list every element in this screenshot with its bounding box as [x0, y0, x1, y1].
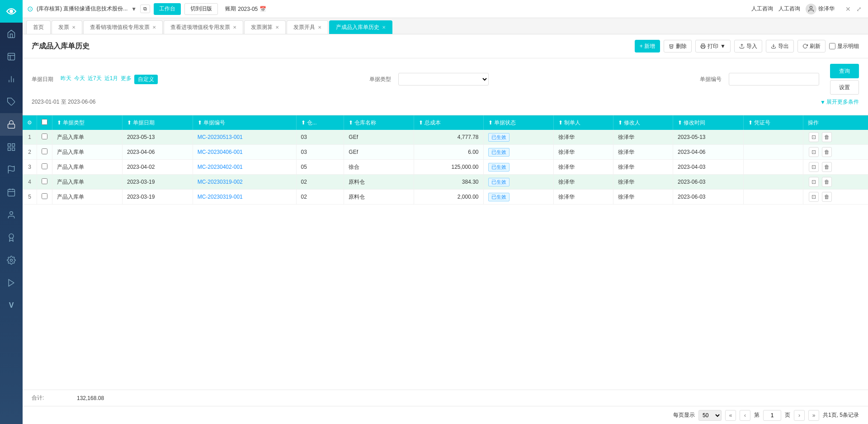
export-button[interactable]: 导出	[766, 40, 794, 52]
col-number[interactable]: ⬆单据编号	[193, 115, 296, 130]
first-page-button[interactable]: «	[725, 410, 736, 421]
view-op-button[interactable]: ⊡	[809, 192, 819, 202]
tab-invoice-label: 发票	[58, 24, 69, 31]
workspace-button[interactable]: 工作台	[154, 3, 181, 15]
sidebar-item-tag[interactable]	[0, 91, 23, 113]
sidebar-item-user[interactable]	[0, 204, 23, 226]
shortcut-1month[interactable]: 近1月	[104, 75, 118, 84]
tab-invoice-calc-close[interactable]: ✕	[275, 25, 279, 30]
tab-invoice-issue[interactable]: 发票开具 ✕	[287, 20, 328, 34]
delete-op-button[interactable]: 🗑	[822, 132, 832, 142]
delete-op-button[interactable]: 🗑	[822, 177, 832, 187]
tab-invoice-issue-close[interactable]: ✕	[318, 25, 321, 30]
sidebar-item-calendar[interactable]	[0, 181, 23, 204]
delete-button[interactable]: 删除	[664, 40, 692, 52]
show-detail-checkbox[interactable]	[829, 43, 835, 49]
sidebar-item-home[interactable]	[0, 23, 23, 45]
type-filter-select[interactable]	[398, 73, 489, 86]
import-button[interactable]: 导入	[734, 40, 762, 52]
number-filter-input[interactable]	[729, 73, 819, 86]
select-all-checkbox[interactable]	[42, 119, 47, 125]
company-dropdown-icon[interactable]: ▼	[131, 6, 137, 12]
sidebar-item-play[interactable]	[0, 272, 23, 294]
new-button[interactable]: + 新增	[635, 40, 660, 52]
col-voucher[interactable]: ⬆凭证号	[743, 115, 803, 130]
table-row[interactable]: 3 产品入库单 2023-04-02 MC-20230402-001 05 徐合…	[23, 160, 868, 175]
sidebar-item-v[interactable]: V	[0, 294, 23, 317]
tab-check-purchase[interactable]: 查看进项增值税专用发票 ✕	[164, 20, 243, 34]
tab-product-inbound[interactable]: 产成品入库单历史 ✕	[329, 20, 392, 34]
shortcut-today[interactable]: 今天	[74, 75, 85, 84]
delete-op-button[interactable]: 🗑	[822, 147, 832, 157]
tab-check-sales[interactable]: 查看销项增值税专用发票 ✕	[83, 20, 163, 34]
row-checkbox[interactable]	[42, 178, 47, 184]
tab-invoice-calc[interactable]: 发票测算 ✕	[244, 20, 286, 34]
refresh-button[interactable]: 刷新	[797, 40, 826, 52]
row-number-link[interactable]: MC-20230319-002	[198, 179, 243, 185]
shortcut-7days[interactable]: 近7天	[88, 75, 102, 84]
col-status[interactable]: ⬆单据状态	[483, 115, 553, 130]
sidebar-item-settings[interactable]	[0, 249, 23, 272]
row-checkbox[interactable]	[42, 193, 47, 199]
switch-version-button[interactable]: 切到旧版	[184, 3, 218, 15]
col-warehouse-code[interactable]: ⬆仓...	[296, 115, 344, 130]
table-row[interactable]: 1 产品入库单 2023-05-13 MC-20230513-001 03 GE…	[23, 130, 868, 145]
print-button[interactable]: 打印 ▼	[695, 40, 731, 52]
page-input[interactable]	[763, 410, 781, 421]
support-text[interactable]: 人工咨询	[778, 5, 800, 13]
last-page-button[interactable]: »	[808, 410, 819, 421]
view-op-button[interactable]: ⊡	[809, 177, 819, 187]
col-date[interactable]: ⬆单据日期	[122, 115, 193, 130]
tab-check-sales-close[interactable]: ✕	[152, 25, 156, 30]
delete-op-button[interactable]: 🗑	[822, 192, 832, 202]
support-label[interactable]: 人工咨询	[751, 5, 773, 13]
custom-date-button[interactable]: 自定义	[134, 75, 158, 84]
copy-icon[interactable]: ⧉	[140, 5, 150, 13]
table-row[interactable]: 2 产品入库单 2023-04-06 MC-20230406-001 03 GE…	[23, 145, 868, 160]
sidebar-item-award[interactable]	[0, 226, 23, 249]
expand-filters-button[interactable]: ▼ 展开更多条件	[820, 98, 859, 106]
col-warehouse-name[interactable]: ⬆仓库名称	[344, 115, 414, 130]
shortcut-yesterday[interactable]: 昨天	[61, 75, 71, 84]
tab-check-purchase-close[interactable]: ✕	[233, 25, 236, 30]
user-name[interactable]: 徐泽华	[818, 5, 835, 13]
shortcut-more[interactable]: 更多	[121, 75, 132, 84]
sidebar-item-document[interactable]	[0, 45, 23, 68]
row-checkbox[interactable]	[42, 133, 47, 139]
col-type[interactable]: ⬆单据类型	[52, 115, 123, 130]
table-row[interactable]: 5 产品入库单 2023-03-19 MC-20230319-001 02 原料…	[23, 190, 868, 205]
row-number-link[interactable]: MC-20230513-001	[198, 134, 243, 140]
tab-invoice[interactable]: 发票 ✕	[52, 20, 82, 34]
tab-invoice-close[interactable]: ✕	[72, 25, 75, 30]
row-number-link[interactable]: MC-20230319-001	[198, 194, 243, 200]
sidebar-item-flag[interactable]	[0, 158, 23, 181]
col-total-cost[interactable]: ⬆总成本	[414, 115, 483, 130]
sidebar-item-chart[interactable]	[0, 68, 23, 91]
view-op-button[interactable]: ⊡	[809, 162, 819, 172]
col-creator[interactable]: ⬆制单人	[553, 115, 613, 130]
col-settings[interactable]: ⚙	[23, 115, 37, 130]
view-op-button[interactable]: ⊡	[809, 132, 819, 142]
period-calendar-icon[interactable]: 📅	[259, 6, 266, 12]
setting-button[interactable]: 设置	[830, 80, 859, 95]
sidebar-item-lock[interactable]	[0, 113, 23, 136]
col-modify-time[interactable]: ⬆修改时间	[673, 115, 744, 130]
prev-page-button[interactable]: ‹	[740, 410, 750, 421]
per-page-select[interactable]: 50 20 100	[698, 410, 722, 421]
delete-op-button[interactable]: 🗑	[822, 162, 832, 172]
query-button[interactable]: 查询	[830, 64, 859, 78]
tab-product-inbound-close[interactable]: ✕	[382, 25, 386, 30]
view-op-button[interactable]: ⊡	[809, 147, 819, 157]
row-checkbox[interactable]	[42, 148, 47, 154]
maximize-button[interactable]: ⤢	[854, 5, 863, 14]
row-number-link[interactable]: MC-20230402-001	[198, 164, 243, 170]
tab-home[interactable]: 首页	[26, 20, 51, 34]
col-modifier[interactable]: ⬆修改人	[613, 115, 673, 130]
next-page-button[interactable]: ›	[794, 410, 805, 421]
row-number-link[interactable]: MC-20230406-001	[198, 149, 243, 155]
minimize-button[interactable]: ✕	[844, 5, 853, 14]
sidebar-item-grid[interactable]	[0, 136, 23, 158]
table-row[interactable]: 4 产品入库单 2023-03-19 MC-20230319-002 02 原料…	[23, 175, 868, 190]
app-logo[interactable]	[0, 0, 23, 23]
row-checkbox[interactable]	[42, 163, 47, 169]
